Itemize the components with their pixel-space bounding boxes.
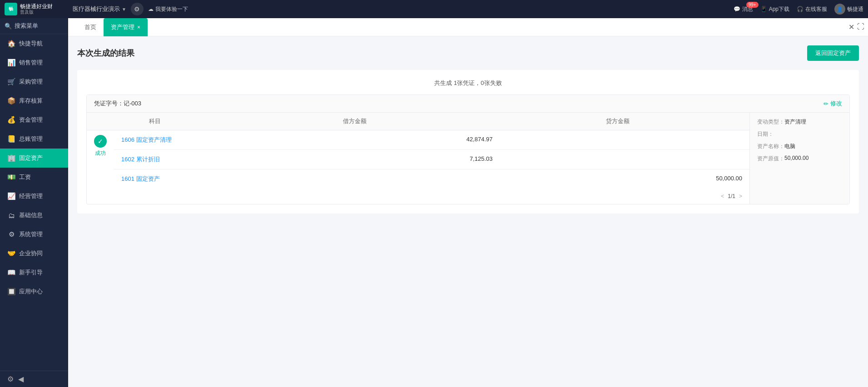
home-icon: 🏠 [7,40,15,48]
header-right: 💬 消息 99+ 📱 App下载 🎧 在线客服 👤 畅捷通 [734,4,863,15]
result-card: 共生成 1张凭证，0张失败 凭证字号：记-003 ✏ 修改 [77,70,859,213]
tab-asset-label: 资产管理 [111,23,134,31]
sidebar-item-guide[interactable]: 📖 新手引导 [0,263,68,282]
guide-icon: 📖 [7,268,15,277]
row2-debit: 7,125.03 [250,150,500,169]
sidebar-item-label: 库存核算 [19,97,43,105]
username-label: 畅捷通 [847,5,863,13]
date-label: 日期： [757,130,784,138]
chevron-down-icon: ▼ [122,7,126,12]
base-info-icon: 🗂 [7,212,15,219]
tab-asset-management[interactable]: 资产管理 × [104,18,148,36]
payroll-icon: 💵 [7,173,15,181]
edit-button[interactable]: ✏ 修改 [823,99,842,108]
download-label: App下载 [769,5,789,13]
sidebar-item-label: 快捷导航 [19,40,43,48]
col-debit: 借方金额 [223,113,486,130]
row2-subject[interactable]: 1602 累计折旧 [114,150,250,169]
sidebar-bottom: ⚙ ◀ [0,371,68,387]
customer-service-button[interactable]: 🎧 在线客服 [797,5,827,13]
sidebar-item-base-info[interactable]: 🗂 基础信息 [0,206,68,225]
header-settings-button[interactable]: ⚙ [131,3,144,15]
sidebar-item-label: 基础信息 [19,211,43,219]
table-row: 1606 固定资产清理 42,874.97 [114,130,749,150]
panel-controls: ✕ ⛶ [848,23,864,31]
original-value-row: 资产原值： 50,000.00 [757,155,842,163]
row1-subject[interactable]: 1606 固定资产清理 [114,130,250,149]
company-name: 医疗器械行业演示 [73,5,120,13]
change-type-row: 变动类型： 资产清理 [757,118,842,126]
return-fixed-assets-button[interactable]: 返回固定资产 [807,45,859,61]
next-page-button[interactable]: > [739,193,742,199]
sidebar-search-item[interactable]: 🔍 搜索菜单 [0,18,68,34]
message-button[interactable]: 💬 消息 99+ [734,5,753,13]
sidebar: 🔍 搜索菜单 🏠 快捷导航 📊 销售管理 🛒 采购管理 📦 库存核算 💰 [0,18,68,387]
sidebar-item-label: 应用中心 [19,288,43,296]
row3-credit: 50,000.00 [500,169,750,189]
success-icon-col: ✓ 成功 [87,130,114,157]
sidebar-item-fixed-assets[interactable]: 🏢 固定资产 [0,149,68,168]
edit-label: 修改 [830,99,842,108]
voucher-block: 凭证字号：记-003 ✏ 修改 科目 借方金额 [86,94,850,204]
page-title-row: 本次生成的结果 返回固定资产 [77,45,859,61]
sidebar-item-label: 总账管理 [19,135,43,143]
voucher-header: 凭证字号：记-003 ✏ 修改 [87,95,849,113]
app-center-icon: 🔲 [7,288,15,296]
sidebar-item-label: 资金管理 [19,116,43,124]
sidebar-item-label: 采购管理 [19,78,43,86]
tab-close-button[interactable]: × [137,24,140,30]
original-value-label: 资产原值： [757,155,784,163]
prev-page-button[interactable]: < [721,193,724,199]
sidebar-item-finance[interactable]: 💰 资金管理 [0,110,68,129]
sidebar-item-ledger[interactable]: 📒 总账管理 [0,129,68,149]
fixed-assets-icon: 🏢 [7,154,15,162]
company-selector[interactable]: 医疗器械行业演示 ▼ [73,5,126,13]
service-icon: 🎧 [797,6,804,12]
original-value-value: 50,000.00 [784,155,808,163]
sidebar-item-purchase[interactable]: 🛒 采购管理 [0,72,68,91]
gear-icon: ⚙ [134,5,140,13]
sidebar-item-inventory[interactable]: 📦 库存核算 [0,91,68,110]
user-menu[interactable]: 👤 畅捷通 [834,4,863,15]
service-label: 在线客服 [805,5,827,13]
voucher-layout: 科目 借方金额 贷方金额 ✓ 成功 [87,113,849,204]
top-header: 畅 畅捷通好业财 普及版 医疗器械行业演示 ▼ ⚙ ☁ 我要体验一下 💬 消息 … [0,0,868,18]
close-panel-button[interactable]: ✕ [848,23,854,31]
app-download-button[interactable]: 📱 App下载 [760,5,789,13]
pagination-row: < 1/1 > [87,189,749,204]
sidebar-item-sales[interactable]: 📊 销售管理 [0,53,68,72]
app-subtitle: 普及版 [20,10,53,15]
sidebar-item-operations[interactable]: 📈 经营管理 [0,187,68,206]
change-type-value: 资产清理 [784,118,806,126]
voucher-success-row: ✓ 成功 1606 固定资产清理 42,874.97 [87,130,749,189]
change-type-label: 变动类型： [757,118,784,126]
sidebar-settings-button[interactable]: ⚙ [7,375,14,383]
result-summary: 共生成 1张凭证，0张失败 [86,79,850,87]
sidebar-collapse-button[interactable]: ◀ [18,375,24,383]
sidebar-item-quick-nav[interactable]: 🏠 快捷导航 [0,34,68,53]
row3-debit [250,169,500,189]
operations-icon: 📈 [7,192,15,200]
sidebar-item-label: 企业协同 [19,249,43,258]
pagination-info: 1/1 [728,193,735,199]
logo-area: 畅 畅捷通好业财 普及版 [5,3,73,15]
col-credit: 贷方金额 [486,113,750,130]
sidebar-item-label: 工资 [19,173,31,181]
row3-subject[interactable]: 1601 固定资产 [114,169,250,189]
experience-label: 我要体验一下 [155,5,188,13]
sidebar-item-app-center[interactable]: 🔲 应用中心 [0,282,68,301]
edit-icon: ✏ [823,100,828,107]
sales-icon: 📊 [7,59,15,67]
page-title: 本次生成的结果 [77,48,134,59]
sidebar-item-system[interactable]: ⚙ 系统管理 [0,225,68,244]
app-logo: 畅 [5,3,17,15]
expand-panel-button[interactable]: ⛶ [857,23,864,31]
experience-button[interactable]: ☁ 我要体验一下 [148,5,188,13]
tab-home[interactable]: 首页 [77,18,104,36]
logo-text: 畅捷通好业财 普及版 [20,3,53,15]
sidebar-item-payroll[interactable]: 💵 工资 [0,168,68,187]
col-subject: 科目 [87,113,223,130]
sidebar-item-enterprise[interactable]: 🤝 企业协同 [0,244,68,263]
sidebar-item-label: 销售管理 [19,59,43,67]
asset-name-label: 资产名称： [757,143,784,150]
